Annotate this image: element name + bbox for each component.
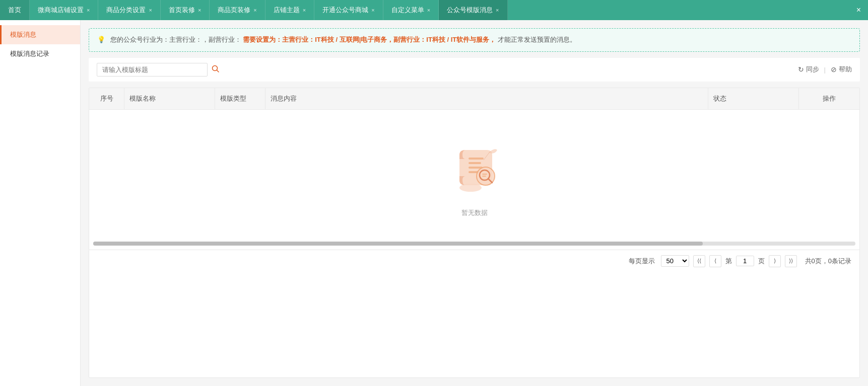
nav-item-home[interactable]: 首页 <box>0 0 30 20</box>
page-label-post: 页 <box>758 257 765 266</box>
nav-item-product-deco[interactable]: 商品页装修× <box>210 0 265 20</box>
notice-text-prefix: 您的公众号行业为：主营行业：，副营行业： <box>110 36 241 43</box>
prev-page-button[interactable]: ⟨ <box>709 255 721 267</box>
search-right: ↻ 同步 | ⊘ 帮助 <box>798 65 852 74</box>
first-page-button[interactable]: ⟨⟨ <box>693 255 705 267</box>
help-icon: ⊘ <box>831 65 837 73</box>
horizontal-scrollbar[interactable] <box>93 242 855 246</box>
sidebar: 模版消息模版消息记录 <box>0 20 81 386</box>
nav-item-homepage-deco[interactable]: 首页装修× <box>161 0 210 20</box>
col-header-name: 模版名称 <box>124 88 215 109</box>
scrollbar-thumb[interactable] <box>93 242 703 246</box>
notice-box: 💡 您的公众号行业为：主营行业：，副营行业： 需要设置为：主营行业：IT科技 /… <box>89 28 860 52</box>
nav-close-open-mall[interactable]: × <box>371 7 374 13</box>
search-bar: ↻ 同步 | ⊘ 帮助 <box>89 58 860 82</box>
nav-item-open-mall[interactable]: 开通公众号商城× <box>314 0 383 20</box>
nav-item-shop-theme[interactable]: 店铺主题× <box>265 0 314 20</box>
sidebar-item-template-msg-record[interactable]: 模版消息记录 <box>0 44 80 63</box>
col-header-content: 消息内容 <box>265 88 708 109</box>
search-left <box>97 63 220 76</box>
divider: | <box>824 66 826 73</box>
notice-text-suffix: 才能正常发送预置的消息。 <box>498 36 576 43</box>
empty-text: 暂无数据 <box>461 208 488 217</box>
nav-close-template-msg[interactable]: × <box>496 7 499 13</box>
nav-close-product-deco[interactable]: × <box>253 7 256 13</box>
nav-item-product-category[interactable]: 商品分类设置× <box>98 0 160 20</box>
main-layout: 模版消息模版消息记录 💡 您的公众号行业为：主营行业：，副营行业： 需要设置为：… <box>0 20 868 386</box>
sync-button[interactable]: ↻ 同步 <box>798 65 819 74</box>
empty-state: 暂无数据 <box>89 110 859 238</box>
content-area: 💡 您的公众号行业为：主营行业：，副营行业： 需要设置为：主营行业：IT科技 /… <box>81 20 868 386</box>
nav-item-template-msg[interactable]: 公众号模版消息× <box>439 0 507 20</box>
sync-icon: ↻ <box>798 65 804 73</box>
search-input[interactable] <box>97 63 208 76</box>
pagination-bar: 每页显示 50 10 20 100 ⟨⟨ ⟨ 第 页 ⟩ ⟩⟩ 共0页，0条记录 <box>89 250 859 272</box>
empty-icon <box>444 140 505 200</box>
nav-close-product-category[interactable]: × <box>149 7 152 13</box>
help-label: 帮助 <box>839 65 852 74</box>
page-label-pre: 第 <box>725 257 732 266</box>
notice-icon: 💡 <box>97 36 105 43</box>
svg-rect-3 <box>469 158 484 160</box>
top-navigation: 首页微商城店铺设置×商品分类设置×首页装修×商品页装修×店铺主题×开通公众号商城… <box>0 0 868 20</box>
notice-highlight: 需要设置为：主营行业：IT科技 / 互联网|电子商务，副营行业：IT科技 / I… <box>243 36 496 43</box>
svg-rect-4 <box>469 162 481 164</box>
nav-close-custom-menu[interactable]: × <box>427 7 430 13</box>
sidebar-item-template-msg[interactable]: 模版消息 <box>0 25 80 44</box>
col-header-action: 操作 <box>799 88 859 109</box>
page-size-label: 每页显示 <box>629 257 655 266</box>
nav-item-custom-menu[interactable]: 自定义菜单× <box>383 0 439 20</box>
page-size-select[interactable]: 50 10 20 100 <box>661 255 689 267</box>
last-page-button[interactable]: ⟩⟩ <box>785 255 797 267</box>
next-page-button[interactable]: ⟩ <box>769 255 781 267</box>
help-button[interactable]: ⊘ 帮助 <box>831 65 852 74</box>
page-total: 共0页，0条记录 <box>805 257 851 266</box>
col-header-type: 模版类型 <box>215 88 265 109</box>
scrollbar-container[interactable] <box>89 238 859 250</box>
nav-close-homepage-deco[interactable]: × <box>198 7 201 13</box>
nav-close-shop-theme[interactable]: × <box>303 7 306 13</box>
global-close-button[interactable]: × <box>849 0 868 20</box>
sync-label: 同步 <box>806 65 819 74</box>
col-header-status: 状态 <box>708 88 799 109</box>
data-table: 序号 模版名称 模版类型 消息内容 状态 操作 <box>89 88 860 378</box>
nav-item-weshop-settings[interactable]: 微商城店铺设置× <box>30 0 98 20</box>
svg-line-1 <box>217 70 219 72</box>
search-button[interactable] <box>212 65 220 74</box>
col-header-seq: 序号 <box>89 88 124 109</box>
page-input[interactable] <box>736 256 754 266</box>
table-header: 序号 模版名称 模版类型 消息内容 状态 操作 <box>89 88 859 110</box>
nav-close-weshop-settings[interactable]: × <box>87 7 90 13</box>
